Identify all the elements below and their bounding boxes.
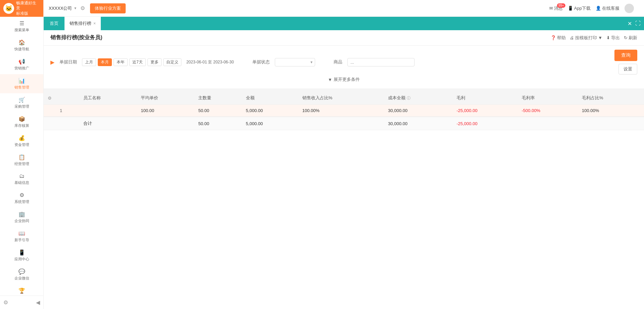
content-area: 销售排行榜(按业务员) ❓ 帮助 🖨 按模板打印 ▼ ⬇ 导出 ↻ 刷新 (44, 30, 644, 309)
member-icon: 🏆 (18, 288, 25, 294)
td-gross-pct: 100.00% (578, 105, 644, 117)
footer-label: 合计 (79, 117, 137, 130)
sidebar-item-basic-info[interactable]: 🗂 基础信息 (0, 170, 43, 189)
td-amount: 5,000.00 (242, 105, 298, 117)
td-settings (44, 105, 56, 117)
table-area: ⚙ 员工名称 平均单价 主数量 (44, 92, 644, 309)
query-button[interactable]: 查询 (614, 50, 637, 61)
tab-home[interactable]: 首页 (44, 17, 65, 30)
td-rank: 1 (56, 105, 79, 117)
guide-icon: 📖 (18, 230, 25, 237)
app-download-button[interactable]: 📱 App下载 (568, 5, 591, 11)
sidebar-item-inventory[interactable]: 📦 库存核算 (0, 112, 43, 132)
settings-bottom-icon[interactable]: ⚙ (3, 299, 8, 306)
export-button[interactable]: ⬇ 导出 (606, 35, 620, 41)
sidebar-item-wechat[interactable]: 💬 企业微信 (0, 265, 43, 284)
sidebar-nav: ☰ 搜索菜单 🏠 快捷导航 📢 营销推广 📊 销售管理 🛒 采购管理 📦 库存核… (0, 17, 43, 296)
tabbar: 首页 销售排行榜 × ✕ ⛶ (44, 17, 644, 30)
cost-info-icon[interactable]: ⓘ (407, 96, 411, 100)
filter-area: ▶ 单据日期 上月 本月 本年 近7天 更多 自定义 2023-06-01 至 … (44, 46, 644, 89)
sidebar-item-search-order[interactable]: ☰ 搜索菜单 (0, 17, 43, 36)
th-sales-pct: 销售收入占比% (298, 92, 384, 105)
refresh-button[interactable]: ↻ 刷新 (624, 35, 637, 41)
collapse-sidebar-icon[interactable]: ◀ (36, 299, 40, 306)
operations-icon: 📋 (18, 154, 25, 160)
th-qty: 主数量 (194, 92, 242, 105)
topbar: XXXXX公司 ▼ ⚙ 体验行业方案 ✉ 消息 99+ 📱 App下载 👤 在线… (44, 0, 644, 17)
inventory-icon: 📦 (18, 116, 25, 122)
column-settings-icon[interactable]: ⚙ (48, 96, 52, 101)
footer-empty6 (578, 117, 644, 130)
topbar-right: ✉ 消息 99+ 📱 App下载 👤 在线客服 (549, 4, 639, 13)
help-icon: ❓ (551, 35, 556, 40)
print-icon: 🖨 (570, 35, 574, 40)
settings-button[interactable]: 设置 (618, 64, 637, 74)
th-name: 员工名称 (79, 92, 137, 105)
message-button[interactable]: ✉ 消息 99+ (549, 5, 563, 11)
maximize-window-icon[interactable]: ⛶ (635, 20, 641, 27)
sidebar-item-finance[interactable]: 💰 资金管理 (0, 132, 43, 151)
td-sales-pct: 100.00% (298, 105, 384, 117)
refresh-icon: ↻ (624, 35, 628, 40)
footer-empty5 (518, 117, 578, 130)
th-gross-pct: 毛利占比% (578, 92, 644, 105)
filter-row: ▶ 单据日期 上月 本月 本年 近7天 更多 自定义 2023-06-01 至 … (50, 50, 637, 74)
print-arrow-icon: ▼ (598, 35, 602, 40)
filter-expand-arrow[interactable]: ▶ (50, 59, 54, 65)
expand-more-button[interactable]: ▼ 展开更多条件 (328, 76, 360, 83)
close-window-icon[interactable]: ✕ (628, 20, 632, 27)
sidebar-item-app-center[interactable]: 📱 应用中心 (0, 246, 43, 265)
period-last-month[interactable]: 上月 (82, 58, 96, 66)
app-download-icon: 📱 (568, 6, 573, 11)
goods-input[interactable] (347, 58, 415, 66)
sidebar-bottom: ⚙ ◀ (0, 296, 43, 309)
goods-label: 商品 (334, 59, 342, 65)
period-custom[interactable]: 自定义 (163, 58, 181, 66)
marketing-icon: 📢 (18, 58, 25, 65)
company-dropdown-arrow: ▼ (74, 6, 77, 10)
logo-icon: 🐱 (3, 3, 14, 14)
status-select-wrap: ▼ (275, 58, 315, 66)
sidebar-logo: 🐱 畅康通好生意 标准版 (0, 0, 43, 17)
basic-info-icon: 🗂 (19, 173, 25, 179)
period-7days[interactable]: 近7天 (129, 58, 146, 66)
expand-row: ▼ 展开更多条件 (50, 74, 637, 85)
sales-ranking-table: ⚙ 员工名称 平均单价 主数量 (44, 92, 644, 130)
expand-down-icon: ▼ (328, 77, 332, 82)
avatar[interactable] (625, 4, 634, 13)
message-badge: 99+ (557, 3, 565, 8)
status-select[interactable] (275, 58, 315, 66)
company-selector[interactable]: XXXXX公司 ▼ (49, 5, 77, 11)
sidebar-item-quick-nav[interactable]: 🏠 快捷导航 (0, 36, 43, 55)
online-service-button[interactable]: 👤 在线客服 (596, 5, 619, 11)
th-cost: 成本全额 ⓘ (384, 92, 453, 105)
th-settings: ⚙ (44, 92, 56, 105)
sidebar-item-member[interactable]: 🏆 畅会员 (0, 284, 43, 296)
sidebar-item-operations[interactable]: 📋 经营管理 (0, 151, 43, 170)
th-rank (56, 92, 79, 105)
period-this-year[interactable]: 本年 (114, 58, 128, 66)
tab-sales-ranking[interactable]: 销售排行榜 × (65, 17, 101, 30)
message-icon: ✉ (549, 6, 553, 11)
sidebar-item-guide[interactable]: 📖 新手引导 (0, 227, 43, 246)
system-icon: ⚙ (19, 192, 24, 198)
trial-button[interactable]: 体验行业方案 (90, 3, 126, 13)
period-more[interactable]: 更多 (147, 58, 162, 66)
print-button[interactable]: 🖨 按模板打印 ▼ (570, 35, 602, 41)
home-icon: 🏠 (18, 39, 25, 46)
footer-qty: 50.00 (194, 117, 242, 130)
help-button[interactable]: ❓ 帮助 (551, 35, 566, 41)
footer-empty4 (298, 117, 384, 130)
search-order-icon: ☰ (19, 20, 24, 27)
tab-close-icon[interactable]: × (93, 21, 96, 26)
sidebar-item-system[interactable]: ⚙ 系统管理 (0, 189, 43, 208)
th-gross: 毛利 (453, 92, 518, 105)
sidebar-item-sales-mgmt[interactable]: 📊 销售管理 (0, 74, 43, 93)
sidebar-item-purchase-mgmt[interactable]: 🛒 采购管理 (0, 93, 43, 112)
topbar-gear-icon[interactable]: ⚙ (80, 5, 85, 11)
td-gross: -25,000.00 (453, 105, 518, 117)
td-avg-price: 100.00 (137, 105, 194, 117)
period-this-month[interactable]: 本月 (98, 58, 112, 66)
sidebar-item-enterprise[interactable]: 🏢 企业协同 (0, 208, 43, 227)
sidebar-item-marketing[interactable]: 📢 营销推广 (0, 55, 43, 74)
